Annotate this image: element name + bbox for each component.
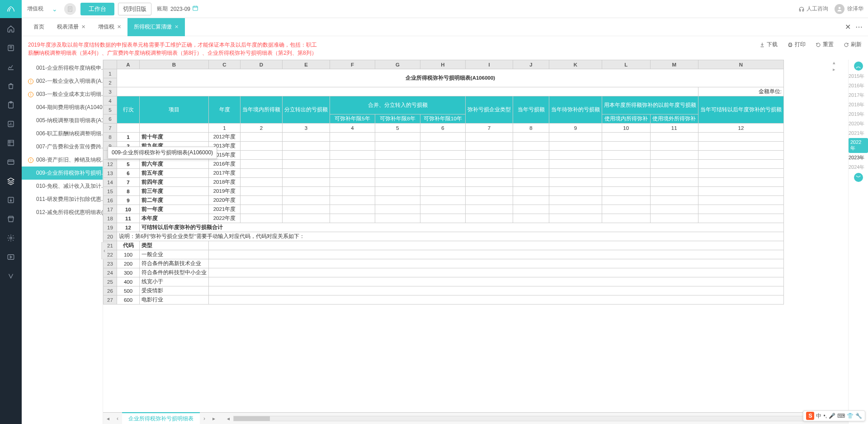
svg-point-2	[839, 7, 841, 9]
period-label: 账期	[157, 5, 168, 13]
chevron-down-icon[interactable]: ⌄	[52, 5, 57, 13]
svg-rect-1	[193, 6, 198, 10]
breadcrumb[interactable]: 增值税	[27, 5, 43, 13]
switch-old-button[interactable]: 切到旧版	[118, 3, 151, 15]
tab-vat[interactable]: 增值税✕	[92, 18, 127, 19]
consult-link[interactable]: 人工咨询	[798, 5, 828, 13]
period-value[interactable]: 2023-09	[170, 6, 190, 12]
doc-icon[interactable]	[64, 3, 76, 15]
calendar-icon[interactable]	[192, 5, 198, 13]
tab-tax-list[interactable]: 税表清册✕	[51, 18, 92, 19]
workbench-button[interactable]: 工作台	[80, 3, 114, 15]
tab-home[interactable]: 首页	[27, 18, 51, 19]
avatar-icon	[835, 4, 844, 14]
app-logo[interactable]	[0, 0, 22, 18]
tab-income-tax[interactable]: 所得税汇算清缴✕	[127, 18, 185, 19]
user-menu[interactable]: 徐泽华	[835, 4, 863, 14]
topbar: 增值税 ⌄ 工作台 切到旧版 账期 2023-09 人工咨询 徐泽华	[0, 0, 868, 18]
headphone-icon	[798, 6, 805, 12]
